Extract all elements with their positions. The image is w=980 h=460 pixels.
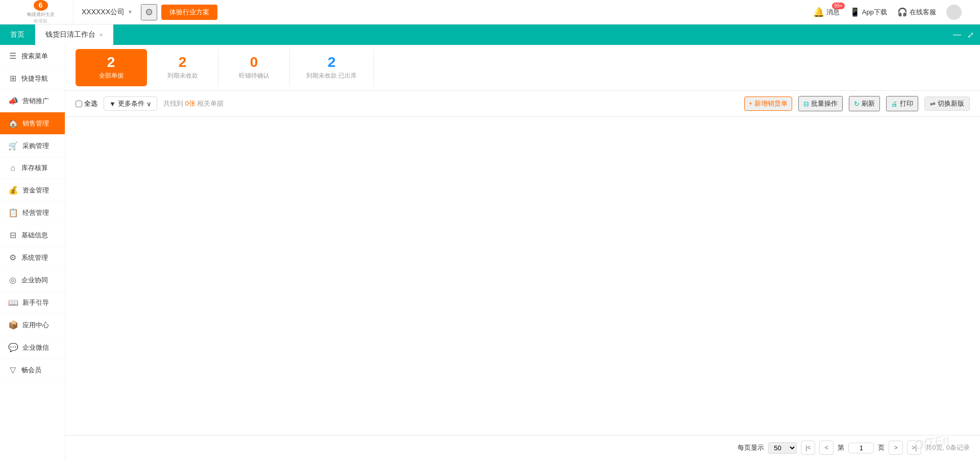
refresh-icon: ↻ [854,100,860,108]
message-btn[interactable]: 🔔 消息 99+ [813,7,840,18]
sidebar-item-member[interactable]: ▽ 畅会员 [0,359,65,381]
page-size-label: 每页显示 [738,443,764,452]
mobile-icon: 📱 [850,7,860,17]
bell-icon: 🔔 [813,7,824,18]
corp-icon: ◎ [8,275,17,285]
stat-number-shipped: 2 [328,55,336,69]
sales-icon: 🏠 [8,118,18,128]
first-page-btn[interactable]: |< [801,441,815,455]
trial-btn[interactable]: 体验行业方案 [161,5,217,20]
company-name: XXXXXX公司 [82,8,125,17]
stat-card-overdue[interactable]: 2 到期未收款 [147,49,218,86]
minimize-icon[interactable]: — [953,30,961,39]
app-download-label: App下载 [862,8,887,17]
header-right: 🔔 消息 99+ 📱 App下载 🎧 在线客服 [813,5,972,20]
sidebar-item-corp[interactable]: ◎ 企业协同 [0,269,65,292]
sidebar-item-finance[interactable]: 💰 资金管理 [0,179,65,202]
page-label2: 页 [878,443,885,452]
purchase-icon: 🛒 [8,141,18,151]
sidebar-item-operation[interactable]: 📋 经营管理 [0,202,65,224]
print-icon: 🖨 [891,100,898,108]
sidebar-item-appcenter[interactable]: 📦 应用中心 [0,314,65,336]
app-download-btn[interactable]: 📱 App下载 [850,7,887,17]
page-size-select[interactable]: 50 10 20 100 [768,442,797,454]
sidebar-item-search[interactable]: ☰ 搜索菜单 [0,45,65,67]
page-input[interactable]: 1 [848,443,874,453]
empty-state [65,117,980,321]
logo-icon: 6 [34,0,48,11]
content-area: 2 全部单据 2 到期未收款 0 旺铺待确认 2 到期未收款 已出库 全选 [65,45,980,460]
stat-card-all[interactable]: 2 全部单据 [76,49,147,86]
toolbar: 全选 ▼ 更多条件 ∨ 共找到 0张 相关单据 + 新增销货单 ⊟ 批量操作 [65,91,980,117]
brand-name: 畅捷通好生意 [27,11,55,18]
settings-button[interactable]: ⚙ [141,4,157,20]
toolbar-right: + 新增销货单 ⊟ 批量操作 ↻ 刷新 🖨 打印 ⇌ 切换新版 [744,96,970,111]
found-text: 共找到 0张 相关单据 [163,99,224,108]
appcenter-icon: 📦 [8,320,18,330]
total-text: 共0页, 0条记录 [925,443,970,452]
page-label: 第 [838,443,844,452]
headset-icon: 🎧 [897,7,908,17]
found-count: 0张 [185,100,195,107]
nav-tabs-right: — ⤢ [953,30,980,40]
sidebar-item-basic[interactable]: ⊟ 基础信息 [0,224,65,247]
chevron-down-icon: ▼ [128,9,133,15]
quicknav-icon: ⊞ [8,74,17,83]
avatar[interactable] [946,5,962,20]
toolbar-left: 全选 ▼ 更多条件 ∨ 共找到 0张 相关单据 [76,96,738,111]
nav-tabs: 首页 钱货日清工作台 × — ⤢ [0,25,980,45]
message-badge: 99+ [832,3,845,9]
select-all-checkbox[interactable]: 全选 [76,99,97,108]
system-icon: ⚙ [8,253,17,262]
top-header: 6 畅捷通好生意 标准版 XXXXXX公司 ▼ ⚙ 体验行业方案 🔔 消息 99… [0,0,980,25]
chevron-icon: ∨ [146,100,152,108]
stat-label-pending: 旺铺待确认 [239,71,270,80]
sidebar: ☰ 搜索菜单 ⊞ 快捷导航 📣 营销推广 🏠 销售管理 🛒 采购管理 ⌂ 库存核… [0,45,65,460]
finance-icon: 💰 [8,185,18,195]
more-filter-btn[interactable]: ▼ 更多条件 ∨ [104,96,157,111]
select-all-input[interactable] [76,101,82,107]
main-layout: ☰ 搜索菜单 ⊞ 快捷导航 📣 营销推广 🏠 销售管理 🛒 采购管理 ⌂ 库存核… [0,45,980,460]
sidebar-item-inventory[interactable]: ⌂ 库存核算 [0,157,65,179]
stats-bar: 2 全部单据 2 到期未收款 0 旺铺待确认 2 到期未收款 已出库 [65,45,980,91]
stat-number-overdue: 2 [179,55,187,69]
last-page-btn[interactable]: >| [907,441,921,455]
sidebar-item-wechat[interactable]: 💬 企业微信 [0,336,65,359]
switch-icon: ⇌ [930,100,936,108]
next-page-btn[interactable]: > [889,441,903,455]
online-service-btn[interactable]: 🎧 在线客服 [897,7,936,17]
inventory-icon: ⌂ [8,163,17,173]
add-sale-btn[interactable]: + 新增销货单 [744,96,792,111]
close-tab-icon[interactable]: × [100,32,103,38]
stat-number-all: 2 [107,55,115,69]
stat-card-shipped[interactable]: 2 到期未收款 已出库 [290,49,374,86]
sidebar-item-sales[interactable]: 🏠 销售管理 [0,112,65,135]
sidebar-item-quicknav[interactable]: ⊞ 快捷导航 [0,67,65,90]
stat-label-all: 全部单据 [99,71,124,80]
basic-icon: ⊟ [8,230,17,240]
stat-card-pending[interactable]: 0 旺铺待确认 [218,49,290,86]
sidebar-item-marketing[interactable]: 📣 营销推广 [0,90,65,112]
logo-subtitle: 标准版 [34,18,47,25]
switch-version-btn[interactable]: ⇌ 切换新版 [924,96,970,111]
guide-icon: 📖 [8,298,18,307]
stat-label-overdue: 到期未收款 [167,71,198,80]
online-service-label: 在线客服 [910,8,936,17]
print-btn[interactable]: 🖨 打印 [886,96,918,111]
batch-btn[interactable]: ⊟ 批量操作 [798,96,843,111]
logo-area: 6 畅捷通好生意 标准版 [8,0,74,25]
operation-icon: 📋 [8,208,18,217]
sidebar-item-guide[interactable]: 📖 新手引导 [0,292,65,314]
tab-home[interactable]: 首页 [0,25,35,45]
stat-number-pending: 0 [250,55,258,69]
tab-work-desk[interactable]: 钱货日清工作台 × [35,25,113,45]
prev-page-btn[interactable]: < [819,441,834,455]
sidebar-item-purchase[interactable]: 🛒 采购管理 [0,135,65,157]
search-menu-icon: ☰ [8,51,17,61]
maximize-icon[interactable]: ⤢ [967,30,974,40]
sidebar-item-system[interactable]: ⚙ 系统管理 [0,247,65,269]
refresh-btn[interactable]: ↻ 刷新 [849,96,880,111]
company-selector[interactable]: XXXXXX公司 ▼ [74,8,141,17]
marketing-icon: 📣 [8,96,18,106]
table-area [65,117,980,435]
